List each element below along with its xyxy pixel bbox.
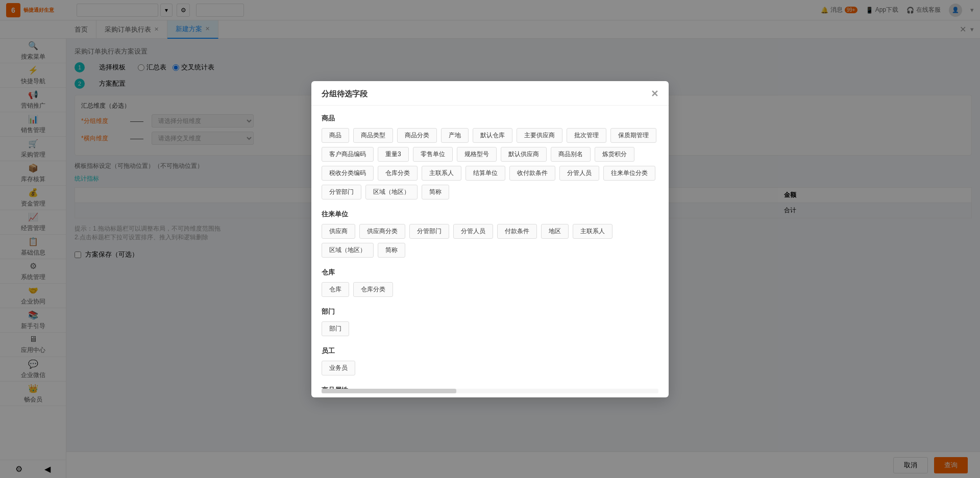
section-partner: 往来单位 供应商 供应商分类 分管部门 分管人员 付款条件 地区 主联系人 区域… bbox=[322, 210, 658, 258]
section-warehouse-title: 仓库 bbox=[322, 268, 658, 277]
field-warehouse[interactable]: 仓库 bbox=[322, 282, 349, 297]
field-retail-unit[interactable]: 零售单位 bbox=[413, 147, 453, 162]
field-area[interactable]: 地区 bbox=[541, 224, 569, 239]
field-points[interactable]: 炼货积分 bbox=[595, 147, 634, 162]
section-goods-attr-title: 商品属性 bbox=[322, 386, 658, 389]
field-partner-region[interactable]: 区域（地区） bbox=[322, 243, 374, 258]
field-department[interactable]: 部门 bbox=[322, 321, 349, 336]
field-customer-code[interactable]: 客户商品编码 bbox=[322, 147, 374, 162]
section-partner-fields: 供应商 供应商分类 分管部门 分管人员 付款条件 地区 主联系人 区域（地区） … bbox=[322, 224, 658, 258]
field-region[interactable]: 区域（地区） bbox=[365, 185, 418, 199]
field-expiry-mgmt[interactable]: 保质期管理 bbox=[610, 128, 656, 143]
modal-overlay: 分组待选字段 ✕ 商品 商品 商品类型 商品分类 产地 默认仓库 主要供应商 批… bbox=[0, 0, 980, 478]
field-default-supplier[interactable]: 默认供应商 bbox=[501, 147, 547, 162]
field-goods-alias[interactable]: 商品别名 bbox=[551, 147, 591, 162]
field-warehouse-cat[interactable]: 仓库分类 bbox=[353, 282, 393, 297]
modal-body[interactable]: 商品 商品 商品类型 商品分类 产地 默认仓库 主要供应商 批次管理 保质期管理… bbox=[311, 106, 669, 389]
section-warehouse: 仓库 仓库 仓库分类 bbox=[322, 268, 658, 297]
section-goods-title: 商品 bbox=[322, 114, 658, 123]
section-dept: 部门 部门 bbox=[322, 307, 658, 336]
field-short-name[interactable]: 简称 bbox=[422, 185, 449, 199]
field-spec-model[interactable]: 规格型号 bbox=[457, 147, 497, 162]
field-contact[interactable]: 主联系人 bbox=[573, 224, 612, 239]
field-goods-type[interactable]: 商品类型 bbox=[353, 128, 393, 143]
modal-header: 分组待选字段 ✕ bbox=[311, 81, 669, 106]
section-goods-attr: 商品属性 属性 颜色 多规格 尺码 鞋码 1 bbox=[322, 386, 658, 389]
field-dept[interactable]: 分管部门 bbox=[409, 224, 449, 239]
section-employee-title: 员工 bbox=[322, 346, 658, 356]
section-warehouse-fields: 仓库 仓库分类 bbox=[322, 282, 658, 297]
modal-close-button[interactable]: ✕ bbox=[651, 89, 658, 98]
section-employee: 员工 业务员 bbox=[322, 346, 658, 375]
field-default-warehouse[interactable]: 默认仓库 bbox=[473, 128, 512, 143]
field-settlement-unit[interactable]: 结算单位 bbox=[465, 166, 505, 181]
field-batch-mgmt[interactable]: 批次管理 bbox=[567, 128, 606, 143]
field-origin[interactable]: 产地 bbox=[441, 128, 469, 143]
modal-title: 分组待选字段 bbox=[322, 89, 368, 99]
field-supplier[interactable]: 供应商 bbox=[322, 224, 355, 239]
section-dept-fields: 部门 bbox=[322, 321, 658, 336]
modal-hscrollbar[interactable] bbox=[322, 389, 658, 393]
section-partner-title: 往来单位 bbox=[322, 210, 658, 219]
field-goods-category[interactable]: 商品分类 bbox=[397, 128, 437, 143]
section-employee-fields: 业务员 bbox=[322, 361, 658, 375]
field-goods[interactable]: 商品 bbox=[322, 128, 349, 143]
field-partner-category[interactable]: 往来单位分类 bbox=[603, 166, 655, 181]
field-salesperson[interactable]: 业务员 bbox=[322, 361, 355, 375]
section-dept-title: 部门 bbox=[322, 307, 658, 316]
field-staff[interactable]: 分管人员 bbox=[453, 224, 493, 239]
modal-hscroll-thumb[interactable] bbox=[322, 389, 456, 393]
field-supplier-category[interactable]: 供应商分类 bbox=[359, 224, 405, 239]
section-goods: 商品 商品 商品类型 商品分类 产地 默认仓库 主要供应商 批次管理 保质期管理… bbox=[322, 114, 658, 199]
field-pay-terms[interactable]: 付款条件 bbox=[497, 224, 537, 239]
modal: 分组待选字段 ✕ 商品 商品 商品类型 商品分类 产地 默认仓库 主要供应商 批… bbox=[311, 81, 669, 397]
field-main-supplier[interactable]: 主要供应商 bbox=[517, 128, 562, 143]
field-weight3[interactable]: 重量3 bbox=[378, 147, 409, 162]
field-warehouse-category[interactable]: 仓库分类 bbox=[378, 166, 418, 181]
field-main-contact[interactable]: 主联系人 bbox=[422, 166, 461, 181]
field-supervisor[interactable]: 分管人员 bbox=[559, 166, 599, 181]
field-partner-short[interactable]: 简称 bbox=[378, 243, 405, 258]
field-payment-terms[interactable]: 收付款条件 bbox=[509, 166, 555, 181]
field-supervisor-dept[interactable]: 分管部门 bbox=[322, 185, 361, 199]
section-goods-fields: 商品 商品类型 商品分类 产地 默认仓库 主要供应商 批次管理 保质期管理 客户… bbox=[322, 128, 658, 199]
field-tax-code[interactable]: 税收分类编码 bbox=[322, 166, 374, 181]
